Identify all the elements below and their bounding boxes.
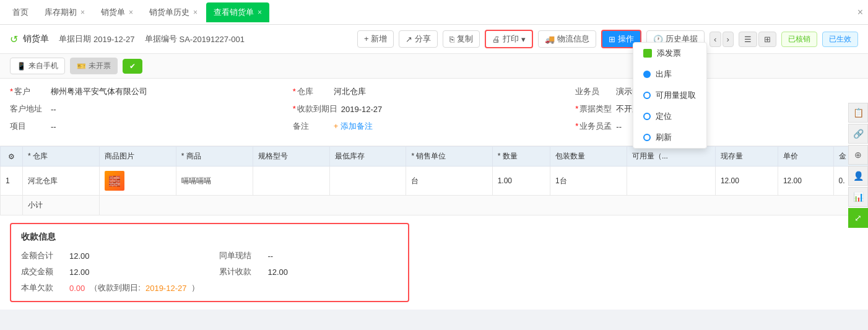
doc-actions: + 新增 ↗ 分享 ⎘ 复制 🖨 打印 ▾ 🚚 物流信息 ⊞ 操作 [357, 30, 858, 48]
add-remark-button[interactable]: + 添加备注 [334, 121, 373, 132]
subtotal-empty [99, 196, 867, 215]
doc-date-label: 单据日期 2019-12-27 [59, 33, 135, 45]
print-button[interactable]: 🖨 打印 ▾ [485, 30, 533, 48]
customer-field: 客户 柳州粤港平安气体有限公司 [10, 86, 293, 97]
form-row-1: 客户 柳州粤港平安气体有限公司 仓库 河北仓库 业务员 演示账号 [10, 86, 858, 97]
phone-icon: 📱 [17, 62, 26, 71]
menu-item-refresh[interactable]: 刷新 [633, 127, 706, 148]
remark-field: 备注 + 添加备注 [293, 121, 576, 132]
ticket-icon: 🎫 [77, 62, 86, 71]
tab-sales-close-icon[interactable]: × [129, 8, 133, 17]
remark-label: 备注 [293, 121, 330, 132]
row-spec [253, 167, 329, 196]
address-label: 客户地址 [10, 103, 47, 115]
salesperson2-value: -- [616, 122, 622, 131]
nav-arrows: ‹ › [710, 32, 734, 47]
tab-inventory-init-label: 库存期初 [45, 7, 77, 18]
side-btn-expand[interactable]: ⤢ [848, 208, 868, 228]
deal-label: 成交金额 [21, 266, 64, 277]
col-stock: 现存量 [715, 147, 778, 167]
tab-view-sales[interactable]: 查看销货单 × [206, 2, 269, 22]
address-value: -- [51, 105, 56, 114]
logistics-button[interactable]: 🚚 物流信息 [538, 30, 596, 48]
table-row: 1 河北仓库 🧱 嗝嗝嗝嗝 台 1.00 1台 12.00 12.00 0. [1, 167, 868, 196]
menu-item-outbound[interactable]: 出库 [633, 64, 706, 85]
ticket-type-label: 票据类型 [575, 103, 612, 115]
doc-meta: 单据日期 2019-12-27 单据编号 SA-20191227-001 [59, 33, 245, 45]
refresh-icon [643, 134, 651, 141]
salesperson-label: 业务员 [575, 86, 612, 97]
row-warehouse: 河北仓库 [23, 167, 100, 196]
grid-view-button[interactable]: ⊞ [758, 32, 776, 47]
doc-number-value: SA-20191227-001 [180, 35, 245, 44]
row-product: 嗝嗝嗝嗝 [176, 167, 253, 196]
col-warehouse: * 仓库 [23, 147, 100, 167]
copy-button[interactable]: ⎘ 复制 [443, 30, 480, 48]
doc-title-area: ↺ 销货单 [10, 33, 49, 45]
side-btn-3[interactable]: ⊕ [848, 145, 868, 165]
add-invoice-icon [643, 49, 652, 58]
cash-label: 同单现结 [219, 250, 263, 261]
from-phone-button[interactable]: 📱 来自手机 [10, 58, 65, 74]
row-product-img: 🧱 [99, 167, 176, 196]
next-button[interactable]: › [723, 32, 734, 47]
salesperson2-field: 业务员孟 -- [575, 121, 858, 132]
locate-label: 定位 [656, 111, 672, 122]
product-image: 🧱 [105, 171, 124, 191]
tab-inventory-init[interactable]: 库存期初 × [37, 2, 92, 22]
tab-home[interactable]: 首页 [5, 2, 36, 22]
side-btn-4[interactable]: 👤 [848, 166, 868, 186]
col-sales-unit: * 销售单位 [406, 147, 492, 167]
doc-icon: ↺ [10, 33, 18, 45]
side-btn-1[interactable]: 📋 [848, 103, 868, 123]
overdue-value: 0.00 [69, 284, 85, 293]
menu-item-locate[interactable]: 定位 [633, 106, 706, 127]
tab-history-close-icon[interactable]: × [193, 8, 197, 17]
form-row-2: 客户地址 -- 收款到期日 2019-12-27 票据类型 不开票 [10, 103, 858, 115]
payment-date-label: 收款到期日 [293, 103, 337, 115]
tab-view-sales-label: 查看销货单 [214, 7, 254, 18]
subtotal-row: 小计 [1, 196, 868, 215]
new-button[interactable]: + 新增 [357, 30, 394, 48]
received-label: 累计收款 [219, 266, 263, 277]
payment-grid: 金额合计 12.00 同单现结 -- 成交金额 12.00 累计收款 12.00… [21, 250, 398, 293]
doc-number-label: 单据编号 SA-20191227-001 [145, 33, 245, 45]
share-button[interactable]: ↗ 分享 [399, 30, 438, 48]
tab-sales-history-label: 销货单历史 [149, 7, 189, 18]
operations-dropdown: 添发票 出库 可用量提取 定位 刷新 [633, 42, 707, 149]
row-unit-price: 12.00 [778, 167, 833, 196]
tab-sales-order[interactable]: 销货单 × [93, 2, 141, 22]
tab-bar: 首页 库存期初 × 销货单 × 销货单历史 × 查看销货单 × × [0, 0, 868, 25]
confirm-button[interactable]: ✔ [123, 59, 142, 74]
view-toggle: ☰ ⊞ [739, 32, 776, 47]
tab-sales-order-label: 销货单 [101, 7, 125, 18]
col-spec: 规格型号 [253, 147, 329, 167]
copy-icon: ⎘ [449, 35, 454, 44]
tab-inventory-close-icon[interactable]: × [80, 8, 85, 17]
prev-button[interactable]: ‹ [710, 32, 721, 47]
col-pack-qty: 包装数量 [550, 147, 627, 167]
not-open-button[interactable]: 🎫 未开票 [70, 58, 118, 74]
form-area: 客户 柳州粤港平安气体有限公司 仓库 河北仓库 业务员 演示账号 客户地址 --… [0, 79, 868, 146]
cancelled-badge: 已核销 [781, 32, 817, 47]
list-view-button[interactable]: ☰ [739, 32, 757, 47]
ticket-type-field: 票据类型 不开票 [575, 103, 858, 115]
tab-bar-close-button[interactable]: × [857, 7, 863, 18]
available-label: 可用量提取 [656, 90, 696, 101]
doc-date-value: 2019-12-27 [93, 35, 135, 44]
tab-sales-history[interactable]: 销货单历史 × [142, 2, 205, 22]
tab-home-label: 首页 [12, 7, 28, 18]
payment-date-value: 2019-12-27 [341, 105, 383, 114]
print-dropdown-icon: ▾ [521, 35, 526, 44]
project-label: 项目 [10, 121, 47, 132]
side-btn-5[interactable]: 📊 [848, 187, 868, 207]
payment-item-deal: 成交金额 12.00 [21, 266, 199, 277]
tab-view-sales-close-icon[interactable]: × [258, 8, 262, 17]
subtotal-label [1, 196, 23, 215]
menu-item-available[interactable]: 可用量提取 [633, 85, 706, 106]
menu-item-add-invoice[interactable]: 添发票 [633, 43, 706, 64]
refresh-label: 刷新 [656, 132, 672, 143]
side-btn-2[interactable]: 🔗 [848, 124, 868, 144]
subtotal-label-text: 小计 [23, 196, 100, 215]
effective-badge: 已生效 [822, 32, 858, 47]
